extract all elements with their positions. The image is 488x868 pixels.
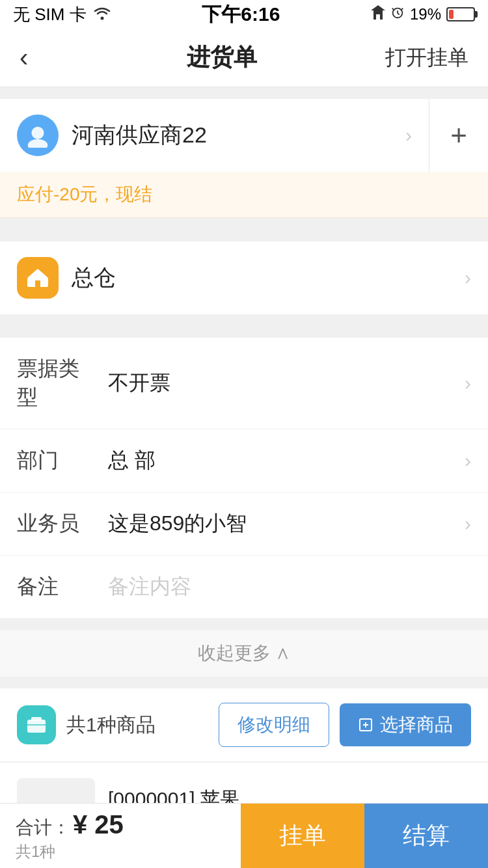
open-hold-button[interactable]: 打开挂单 (385, 44, 468, 72)
salesperson-value: 这是859的小智 (95, 509, 465, 538)
status-right: 19% (371, 5, 475, 23)
remark-label: 备注 (17, 573, 95, 601)
battery-label: 19% (410, 5, 441, 23)
remark-placeholder: 备注内容 (95, 573, 471, 601)
status-bar: 无 SIM 卡 下午6:16 19% (0, 0, 488, 29)
battery-icon (446, 7, 475, 21)
notice-text: 应付-20元，现结 (17, 184, 152, 204)
svg-rect-7 (31, 717, 42, 721)
section-gap-3 (0, 314, 488, 326)
supplier-section: 河南供应商22 › + (0, 99, 488, 172)
form-section: 票据类型 不开票 › 部门 总 部 › 业务员 这是859的小智 › 备注 备注… (0, 338, 488, 618)
back-button[interactable]: ‹ (20, 43, 59, 72)
supplier-avatar (17, 115, 59, 156)
carrier-label: 无 SIM 卡 (13, 3, 87, 26)
section-gap-1 (0, 87, 488, 99)
warehouse-icon (17, 257, 59, 299)
salesperson-chevron-icon: › (465, 513, 471, 535)
svg-rect-6 (27, 720, 46, 733)
total-label: 合计： (16, 815, 70, 840)
select-product-label: 选择商品 (380, 712, 453, 737)
edit-detail-button[interactable]: 修改明细 (219, 703, 329, 747)
nav-bar: ‹ 进货单 打开挂单 (0, 29, 488, 87)
svg-point-2 (28, 139, 47, 148)
total-row: 合计： ¥ 25 (16, 810, 225, 840)
invoice-type-label: 票据类型 (17, 355, 95, 412)
remark-row[interactable]: 备注 备注内容 (0, 556, 488, 618)
collapse-bar[interactable]: 收起更多 ∧ (0, 630, 488, 677)
bottom-bar: 合计： ¥ 25 共1种 挂单 结算 (0, 803, 488, 868)
supplier-chevron-icon: › (405, 124, 412, 146)
warehouse-name: 总仓 (72, 263, 465, 293)
notice-bar: 应付-20元，现结 (0, 172, 488, 218)
department-label: 部门 (17, 446, 95, 475)
invoice-type-chevron-icon: › (465, 372, 471, 394)
department-value: 总 部 (95, 446, 465, 475)
total-amount: ¥ 25 (73, 810, 124, 839)
status-left: 无 SIM 卡 (13, 3, 111, 26)
alarm-icon (390, 5, 405, 23)
product-count: 共1种商品 (66, 712, 208, 739)
product-section-icon (17, 705, 56, 744)
warehouse-section[interactable]: 总仓 › (0, 241, 488, 314)
total-section: 合计： ¥ 25 共1种 (0, 804, 241, 868)
section-gap-2 (0, 218, 488, 230)
svg-marker-4 (27, 269, 48, 278)
supplier-selector[interactable]: 河南供应商22 › (0, 99, 429, 172)
supplier-name: 河南供应商22 (72, 120, 399, 150)
select-product-button[interactable]: 选择商品 (340, 703, 471, 746)
department-chevron-icon: › (465, 450, 471, 472)
department-row[interactable]: 部门 总 部 › (0, 429, 488, 493)
add-supplier-button[interactable]: + (429, 99, 488, 172)
svg-rect-5 (35, 280, 40, 287)
svg-point-1 (32, 127, 44, 139)
checkout-button[interactable]: 结算 (364, 804, 488, 868)
hold-button[interactable]: 挂单 (241, 804, 364, 868)
total-count: 共1种 (16, 841, 225, 862)
page-title: 进货单 (187, 42, 257, 74)
salesperson-label: 业务员 (17, 509, 95, 538)
collapse-label: 收起更多 ∧ (198, 641, 291, 666)
warehouse-chevron-icon: › (465, 267, 471, 289)
status-time: 下午6:16 (202, 1, 280, 28)
wifi-icon (93, 5, 111, 25)
invoice-type-value: 不开票 (95, 369, 465, 398)
salesperson-row[interactable]: 业务员 这是859的小智 › (0, 493, 488, 556)
product-header: 共1种商品 修改明细 选择商品 (0, 688, 488, 761)
invoice-type-row[interactable]: 票据类型 不开票 › (0, 338, 488, 429)
location-icon (371, 5, 385, 23)
